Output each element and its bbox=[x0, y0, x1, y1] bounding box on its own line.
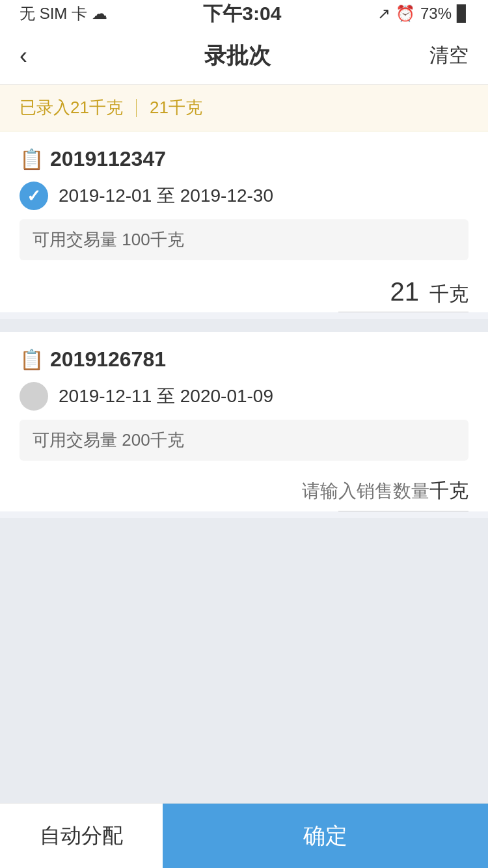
batch-2-radio[interactable] bbox=[20, 382, 48, 411]
battery-icon: ▊ bbox=[457, 5, 468, 23]
confirm-button[interactable]: 确定 bbox=[163, 804, 488, 868]
batch-2-input-row[interactable]: 千克 bbox=[0, 471, 488, 511]
status-time: 下午3:04 bbox=[203, 1, 281, 27]
batch-2-underline bbox=[338, 511, 468, 511]
batch-2-unit: 千克 bbox=[429, 478, 468, 504]
batch-2-header: 📋 2019126781 bbox=[0, 332, 488, 378]
auto-distribute-button[interactable]: 自动分配 bbox=[0, 804, 163, 868]
batch-card-1: 📋 2019112347 ✓ 2019-12-01 至 2019-12-30 可… bbox=[0, 131, 488, 312]
batch-2-date: 2019-12-11 至 2020-01-09 bbox=[59, 384, 273, 409]
summary-divider bbox=[136, 99, 137, 117]
batch-1-date: 2019-12-01 至 2019-12-30 bbox=[59, 183, 273, 208]
batch-card-2: 📋 2019126781 2019-12-11 至 2020-01-09 可用交… bbox=[0, 332, 488, 511]
summary-bar: 已录入21千克 21千克 bbox=[0, 85, 488, 131]
page-title: 录批次 bbox=[204, 41, 271, 71]
alarm-icon: ⏰ bbox=[396, 5, 415, 23]
batch-1-qty-unit: 千克 bbox=[429, 281, 468, 308]
batch-2-icon: 📋 bbox=[20, 348, 44, 371]
batch-1-icon: 📋 bbox=[20, 148, 44, 170]
batch-1-qty-value: 21 bbox=[390, 277, 420, 306]
back-button[interactable]: ‹ bbox=[20, 42, 59, 70]
batch-1-radio[interactable]: ✓ bbox=[20, 182, 48, 210]
status-bar: 无 SIM 卡 ☁ 下午3:04 ↗ ⏰ 73% ▊ bbox=[0, 0, 488, 27]
checkmark-icon: ✓ bbox=[27, 186, 41, 206]
batch-2-available: 可用交易量 200千克 bbox=[20, 420, 468, 461]
empty-area bbox=[0, 518, 488, 811]
battery-status: 73% bbox=[420, 5, 452, 23]
batch-1-number: 2019112347 bbox=[50, 147, 166, 171]
batch-1-header: 📋 2019112347 bbox=[0, 131, 488, 178]
clear-button[interactable]: 清空 bbox=[416, 42, 468, 69]
batch-1-quantity-row: 21 千克 bbox=[0, 271, 488, 312]
nav-bar: ‹ 录批次 清空 bbox=[0, 27, 488, 85]
sim-wifi-status: 无 SIM 卡 ☁ bbox=[20, 3, 107, 24]
bottom-bar: 自动分配 确定 bbox=[0, 803, 488, 868]
status-right: ↗ ⏰ 73% ▊ bbox=[377, 5, 468, 23]
total-amount: 21千克 bbox=[150, 96, 202, 119]
batch-2-date-row[interactable]: 2019-12-11 至 2020-01-09 bbox=[0, 378, 488, 414]
batch-1-date-row[interactable]: ✓ 2019-12-01 至 2019-12-30 bbox=[0, 178, 488, 214]
sales-quantity-input[interactable] bbox=[20, 481, 429, 502]
recorded-amount: 已录入21千克 bbox=[20, 96, 123, 119]
batch-2-number: 2019126781 bbox=[50, 347, 166, 372]
status-left: 无 SIM 卡 ☁ bbox=[20, 3, 107, 24]
batch-1-available: 可用交易量 100千克 bbox=[20, 219, 468, 260]
section-divider-1 bbox=[0, 319, 488, 332]
location-icon: ↗ bbox=[377, 5, 390, 23]
batch-1-underline bbox=[338, 312, 468, 312]
